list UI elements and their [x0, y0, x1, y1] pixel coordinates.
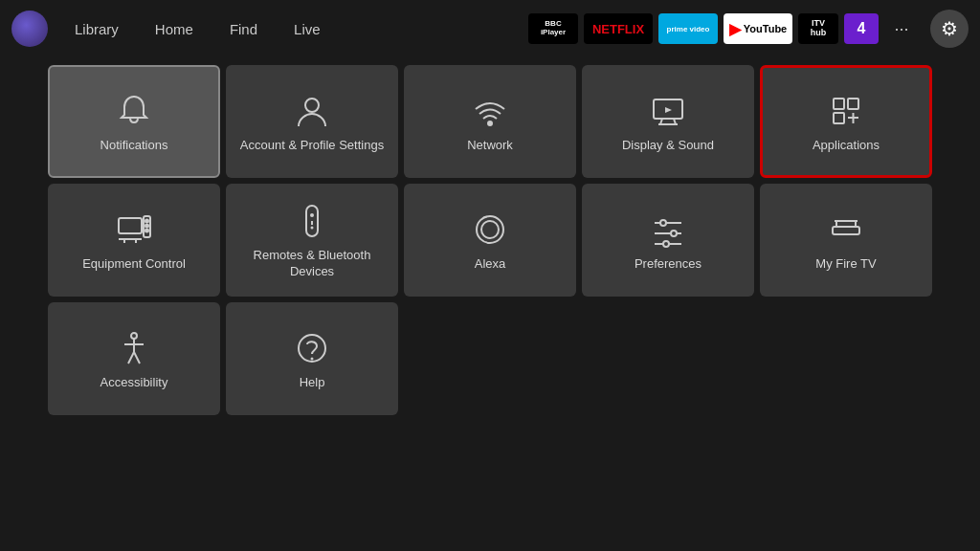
nav-apps: BBCiPlayer NETFLIX prime video ▶YouTube …	[528, 10, 969, 48]
svg-point-27	[660, 220, 666, 226]
svg-line-39	[128, 352, 134, 364]
tile-help-label: Help	[300, 375, 325, 391]
svg-point-31	[663, 241, 669, 247]
tile-equipment-label: Equipment Control	[82, 256, 186, 273]
svg-point-23	[311, 227, 314, 230]
tile-alexa[interactable]: Alexa	[404, 184, 576, 297]
tile-applications[interactable]: Applications	[760, 65, 932, 178]
accessibility-icon	[115, 329, 153, 367]
app-itv[interactable]: ITVhub	[798, 13, 838, 44]
svg-rect-8	[848, 99, 858, 109]
app-bbc-iplayer[interactable]: BBCiPlayer	[528, 13, 578, 44]
settings-container: Notifications Account & Profile Settings	[0, 57, 980, 423]
app-netflix[interactable]: NETFLIX	[584, 13, 653, 44]
tile-network[interactable]: Network	[404, 65, 576, 178]
svg-rect-7	[834, 99, 844, 109]
tile-display-sound-label: Display & Sound	[622, 138, 714, 154]
bell-icon	[115, 92, 153, 130]
tile-display-sound[interactable]: Display & Sound	[582, 65, 754, 178]
tile-notifications-label: Notifications	[100, 138, 168, 154]
tile-alexa-label: Alexa	[475, 256, 506, 273]
settings-button[interactable]: ⚙	[930, 10, 969, 48]
display-icon	[649, 92, 687, 130]
wifi-icon	[471, 92, 509, 130]
tile-equipment[interactable]: Equipment Control	[48, 184, 220, 297]
tile-remotes[interactable]: Remotes & Bluetooth Devices	[226, 184, 398, 297]
svg-point-18	[145, 224, 148, 227]
app-youtube[interactable]: ▶YouTube	[724, 13, 792, 44]
tile-account[interactable]: Account & Profile Settings	[226, 65, 398, 178]
svg-point-29	[671, 231, 677, 236]
avatar[interactable]	[11, 11, 48, 47]
more-apps-button[interactable]: ···	[884, 13, 919, 44]
svg-point-1	[305, 99, 319, 112]
svg-rect-12	[119, 218, 142, 233]
nav-live[interactable]: Live	[277, 15, 338, 43]
tile-remotes-label: Remotes & Bluetooth Devices	[235, 248, 389, 280]
app-prime-video[interactable]: prime video	[658, 13, 718, 44]
tile-preferences[interactable]: Preferences	[582, 184, 754, 297]
top-nav: Library Home Find Live BBCiPlayer NETFLI…	[0, 0, 980, 57]
remote-icon	[293, 202, 331, 240]
tile-myfiretv[interactable]: My Fire TV	[760, 184, 932, 297]
svg-point-17	[145, 219, 148, 222]
svg-point-19	[145, 229, 148, 231]
svg-point-2	[488, 121, 492, 125]
alexa-icon	[471, 210, 509, 249]
svg-point-42	[311, 357, 314, 360]
nav-find[interactable]: Find	[212, 15, 275, 43]
tile-network-label: Network	[467, 138, 513, 154]
tv-icon	[115, 210, 153, 249]
nav-home[interactable]: Home	[138, 15, 211, 43]
svg-line-40	[134, 352, 140, 364]
apps-icon	[827, 92, 865, 130]
tile-applications-label: Applications	[813, 138, 880, 154]
tile-account-label: Account & Profile Settings	[240, 138, 384, 154]
svg-point-36	[131, 333, 137, 339]
svg-rect-9	[834, 113, 844, 123]
svg-point-21	[310, 213, 314, 217]
settings-grid: Notifications Account & Profile Settings	[48, 65, 932, 415]
tile-accessibility[interactable]: Accessibility	[48, 302, 220, 415]
tile-help[interactable]: Help	[226, 302, 398, 415]
tile-preferences-label: Preferences	[635, 256, 702, 273]
nav-links: Library Home Find Live	[57, 15, 338, 43]
help-icon	[293, 329, 331, 367]
svg-point-25	[481, 221, 499, 238]
tile-accessibility-label: Accessibility	[100, 375, 168, 391]
svg-rect-32	[833, 227, 859, 234]
nav-library[interactable]: Library	[57, 15, 136, 43]
sliders-icon	[649, 210, 687, 249]
firetv-icon	[827, 210, 865, 249]
app-channel4[interactable]: 4	[844, 13, 879, 44]
tile-myfiretv-label: My Fire TV	[815, 256, 876, 273]
person-icon	[293, 92, 331, 130]
tile-notifications[interactable]: Notifications	[48, 65, 220, 178]
